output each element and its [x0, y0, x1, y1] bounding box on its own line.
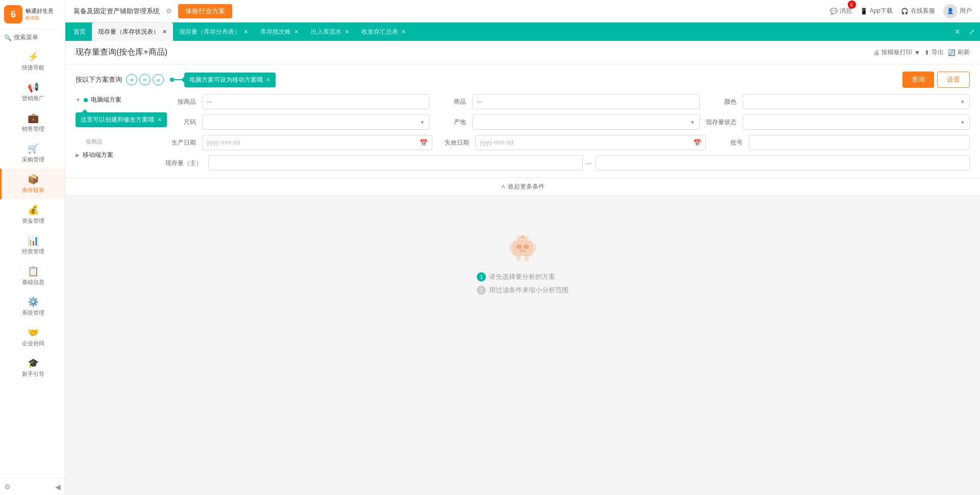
origin-select[interactable]: ▼ — [472, 114, 699, 130]
user-area[interactable]: 👤 用户 — [943, 4, 972, 18]
goods-select[interactable]: ··· — [472, 94, 699, 109]
pc-scheme-arrow[interactable]: ▼ — [76, 97, 81, 103]
settings-footer-btn[interactable]: ⚙ — [4, 483, 11, 491]
online-service-btn[interactable]: 🎧 在线客服 — [901, 7, 935, 15]
message-btn[interactable]: 💬 6 消息 — [830, 7, 852, 15]
edit-scheme-btn[interactable]: ✏ — [139, 74, 151, 85]
search-menu-item[interactable]: 🔍 搜索菜单 — [0, 29, 65, 46]
tab-stock-summary-label: 收发存汇总表 — [361, 28, 398, 36]
refresh-btn[interactable]: 🔄 刷新 — [948, 48, 970, 57]
pc-scheme-dot — [84, 98, 88, 102]
tooltip1-close-btn[interactable]: ✕ — [266, 77, 271, 83]
batch-field — [749, 135, 970, 150]
expire-date-label: 失效日期 — [438, 138, 469, 147]
sidebar-item-marketing[interactable]: 📢 营销推广 — [0, 77, 65, 107]
scheme-pc-item[interactable]: ▼ 电脑端方案 — [76, 94, 157, 106]
settings-icon[interactable]: ⚙ — [166, 7, 172, 15]
tab-stock-flow[interactable]: 出入库流水 ✕ — [305, 22, 355, 41]
sidebar-item-company[interactable]: 🤝 企业协同 — [0, 322, 65, 352]
produce-date-start[interactable]: yyyy-mm-dd 📅 — [202, 135, 432, 150]
main-content: 装备及固定资产辅助管理系统 ⚙ 体验行业方案 💬 6 消息 📱 App下载 🎧 … — [65, 0, 980, 495]
color-select-arrow: ▼ — [960, 99, 965, 105]
sidebar-item-system[interactable]: ⚙️ 系统管理 — [0, 291, 65, 322]
produce-date-start-icon: 📅 — [420, 139, 428, 147]
guide-icon: 🎓 — [28, 358, 39, 369]
sales-icon: 💼 — [28, 112, 39, 124]
sidebar-item-quick-nav[interactable]: ⚡ 快捷导航 — [0, 46, 65, 77]
tab-stock-batch-close[interactable]: ✕ — [294, 29, 299, 35]
print-dropdown-icon: ▼ — [914, 49, 920, 56]
user-avatar: 👤 — [943, 4, 958, 18]
export-btn[interactable]: ⬆ 导出 — [924, 48, 944, 57]
close-all-tabs-btn[interactable]: ✕ — [951, 27, 964, 37]
quick-nav-icon: ⚡ — [28, 51, 39, 62]
print-btn[interactable]: 🖨 按模板打印 ▼ — [873, 48, 920, 57]
tab-stock-batch[interactable]: 库存批次账 ✕ — [254, 22, 305, 41]
size-select[interactable]: ▼ — [202, 114, 429, 130]
system-icon: ⚙️ — [28, 296, 39, 308]
batch-label: 批号 — [712, 138, 743, 147]
step-1-text: 请先选择要分析的方案 — [489, 272, 555, 281]
svg-rect-6 — [517, 255, 521, 261]
tab-stock-dist-close[interactable]: ✕ — [243, 29, 248, 35]
mobile-scheme-arrow[interactable]: ▶ — [76, 152, 80, 158]
step-1-num: 1 — [477, 272, 486, 281]
stock-main-end[interactable] — [596, 155, 970, 171]
marketing-icon: 📢 — [28, 82, 39, 93]
sales-label: 销售管理 — [22, 125, 44, 133]
scheme-mobile-item[interactable]: ▶ 移动端方案 — [76, 149, 157, 161]
operation-label: 经营管理 — [22, 248, 44, 255]
search-reset-btns: 查询 设置 — [902, 72, 970, 88]
collapse-bar[interactable]: ∧ 收起更多条件 — [65, 178, 980, 196]
sub-label-text: 按商品 — [86, 138, 103, 146]
stock-main-start[interactable] — [208, 155, 583, 171]
sidebar-item-operation[interactable]: 📊 经营管理 — [0, 230, 65, 261]
svg-rect-9 — [521, 235, 524, 239]
collapse-sidebar-btn[interactable]: ◀ — [55, 483, 61, 491]
tab-stock-batch-label: 库存批次账 — [260, 28, 291, 36]
marketing-label: 营销推广 — [22, 95, 44, 102]
sidebar-item-purchase[interactable]: 🛒 采购管理 — [0, 138, 65, 169]
logo-badge: 标准版 — [26, 15, 54, 21]
warehouse-dots: ··· — [207, 98, 212, 105]
app-download-btn[interactable]: 📱 App下载 — [860, 7, 893, 15]
tab-stock-summary-close[interactable]: ✕ — [401, 29, 406, 35]
tooltip2-close-btn[interactable]: ✕ — [157, 116, 162, 123]
empty-state: 1 请先选择要分析的方案 2 用过滤条件来缩小分析范围 — [65, 196, 980, 325]
color-select[interactable]: ▼ — [743, 94, 970, 109]
sidebar-item-guide[interactable]: 🎓 新手引导 — [0, 352, 65, 383]
scheme-tree-area: ▼ 电脑端方案 这里可以创建和修改方案哦 ✕ 按商品 — [76, 94, 157, 171]
sidebar-item-basic[interactable]: 📋 基础信息 — [0, 261, 65, 291]
sidebar-item-finance[interactable]: 💰 资金管理 — [0, 199, 65, 230]
warehouse-select[interactable]: ··· — [202, 94, 429, 109]
batch-input[interactable] — [749, 135, 970, 150]
tab-stock-dist[interactable]: 现存量（库存分布表） ✕ — [173, 22, 254, 41]
tab-stock-status[interactable]: 现存量（库存状况表） ✕ — [92, 22, 173, 41]
page-header: 现存量查询(按仓库+商品) 🖨 按模板打印 ▼ ⬆ 导出 🔄 刷新 — [65, 41, 980, 64]
produce-date-start-placeholder: yyyy-mm-dd — [207, 139, 240, 146]
reset-btn[interactable]: 设置 — [937, 72, 970, 88]
industry-btn[interactable]: 体验行业方案 — [178, 4, 232, 18]
expand-tabs-btn[interactable]: ⤢ — [966, 27, 978, 37]
stock-status-select[interactable]: ▼ — [743, 114, 970, 130]
goods-field: ··· — [472, 94, 699, 109]
filter-row-1: 按商品 ··· 商品 ··· 颜色 — [165, 94, 970, 109]
guide-label: 新手引导 — [22, 370, 44, 378]
tab-stock-summary[interactable]: 收发存汇总表 ✕ — [355, 22, 412, 41]
sidebar-item-inventory[interactable]: 📦 库存核算 — [0, 169, 65, 199]
svg-rect-5 — [532, 244, 536, 252]
origin-select-arrow: ▼ — [690, 120, 695, 125]
phone-icon: 📱 — [860, 8, 868, 15]
size-label: 尺码 — [165, 118, 196, 127]
expire-date-start[interactable]: yyyy-mm-dd 📅 — [475, 135, 705, 150]
page-title: 现存量查询(按仓库+商品) — [76, 47, 167, 58]
tab-home[interactable]: 首页 — [67, 28, 92, 36]
add-scheme-btn[interactable]: + — [126, 74, 137, 85]
tab-stock-status-close[interactable]: ✕ — [162, 29, 167, 35]
tab-stock-flow-label: 出入库流水 — [311, 28, 341, 36]
search-btn[interactable]: 查询 — [902, 72, 934, 88]
search-icon: 🔍 — [4, 34, 12, 41]
tab-stock-flow-close[interactable]: ✕ — [345, 29, 349, 35]
back-scheme-btn[interactable]: « — [153, 74, 164, 85]
sidebar-item-sales[interactable]: 💼 销售管理 — [0, 107, 65, 138]
